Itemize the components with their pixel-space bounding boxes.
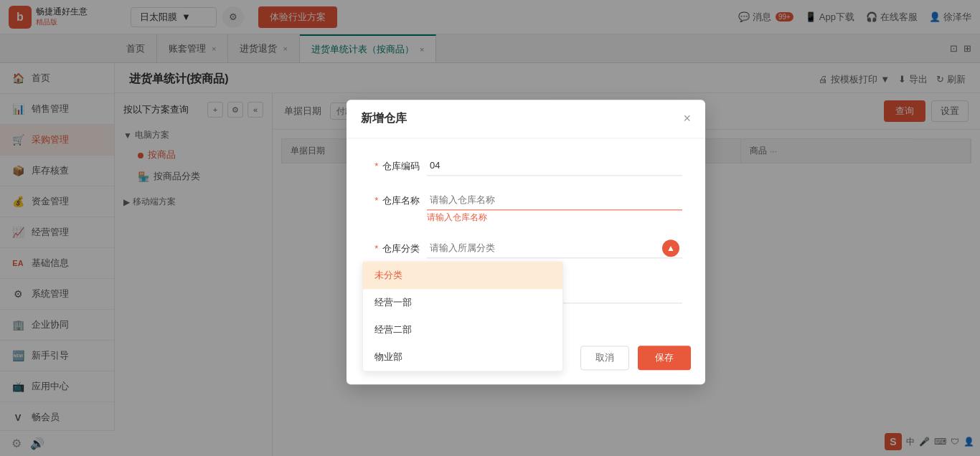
code-input[interactable] <box>427 156 682 176</box>
dropdown-item-0[interactable]: 未分类 <box>363 262 562 289</box>
chevron-up-icon: ▲ <box>666 243 675 253</box>
form-row-name: * 仓库名称 请输入仓库名称 <box>369 190 682 224</box>
required-star-category: * <box>374 243 378 254</box>
save-button[interactable]: 保存 <box>638 346 691 370</box>
name-label: * 仓库名称 <box>369 190 427 207</box>
code-label: * 仓库编码 <box>369 156 427 173</box>
new-warehouse-modal: 新增仓库 × * 仓库编码 * 仓库名称 请输入仓库名称 <box>347 100 705 384</box>
dropdown-item-2[interactable]: 经营二部 <box>363 316 562 343</box>
modal-title: 新增仓库 <box>361 111 407 126</box>
category-toggle-button[interactable]: ▲ <box>662 239 679 257</box>
modal-header: 新增仓库 × <box>347 100 705 138</box>
category-label: * 仓库分类 <box>369 238 427 255</box>
category-dropdown: 未分类 经营一部 经营二部 物业部 <box>362 261 563 371</box>
code-field <box>427 156 682 176</box>
name-error-msg: 请输入仓库名称 <box>427 212 682 224</box>
category-input-wrap: ▲ <box>427 238 682 258</box>
modal-body: * 仓库编码 * 仓库名称 请输入仓库名称 * 仓库分类 <box>347 138 705 337</box>
required-star-name: * <box>374 195 378 206</box>
category-input[interactable] <box>427 238 682 258</box>
required-star-code: * <box>374 161 378 171</box>
name-input[interactable] <box>427 190 682 210</box>
form-row-category: * 仓库分类 ▲ 未分类 经营一部 <box>369 238 682 258</box>
dropdown-item-1[interactable]: 经营一部 <box>363 289 562 316</box>
name-field: 请输入仓库名称 <box>427 190 682 224</box>
cancel-button[interactable]: 取消 <box>580 346 629 370</box>
dropdown-item-3[interactable]: 物业部 <box>363 343 562 371</box>
category-field: ▲ 未分类 经营一部 经营二部 物业部 <box>427 238 682 258</box>
form-row-code: * 仓库编码 <box>369 156 682 176</box>
modal-close-button[interactable]: × <box>683 111 691 126</box>
